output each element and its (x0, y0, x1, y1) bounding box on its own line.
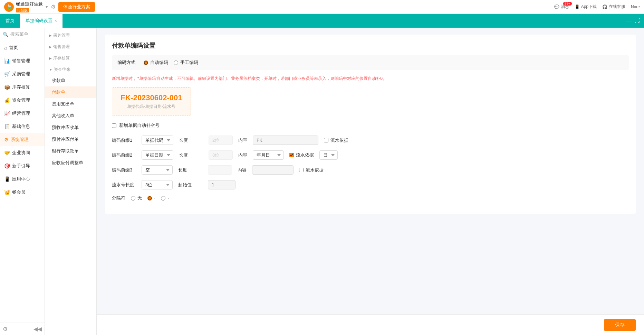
user-info[interactable]: Nare (631, 4, 640, 9)
prefix1-content-input[interactable] (253, 136, 318, 145)
prefix2-stream-label[interactable]: 流水依据 (289, 152, 314, 158)
prefix3-content-input[interactable] (252, 165, 294, 175)
submenu-item-bank[interactable]: 银行存取款单 (45, 145, 96, 157)
prefix1-length-select[interactable]: 2位 (209, 136, 233, 145)
submenu-group-inventory: ▶ 库存核算 (45, 53, 96, 63)
prefix3-stream-label[interactable]: 流水依据 (299, 167, 324, 173)
sidebar-item-inventory[interactable]: 📦 库存核算 (0, 81, 45, 94)
submenu-group-purchase-title[interactable]: ▶ 采购管理 (45, 30, 96, 40)
submenu-item-pre-pay[interactable]: 预付冲应付单 (45, 133, 96, 145)
sep-dot-input[interactable] (161, 196, 165, 201)
submenu-item-payment-label: 付款单 (52, 90, 65, 95)
sep-dash-input[interactable] (147, 196, 152, 201)
basic-icon: 📋 (4, 124, 10, 129)
main-layout: 🔍 搜索菜单 ⌂ 首页 📊 销售管理 🛒 采购管理 📦 库存核算 💰 资金管理 … (0, 28, 644, 335)
prefix1-stream-checkbox[interactable] (324, 138, 328, 142)
sidebar-item-basic[interactable]: 📋 基础信息 (0, 120, 45, 133)
submenu-item-receipt[interactable]: 收款单 (45, 75, 96, 86)
prefix1-select[interactable]: 单据代码 (142, 136, 173, 145)
submenu-item-receipt-label: 收款单 (52, 78, 65, 83)
submenu-group-inventory-title[interactable]: ▶ 库存核算 (45, 53, 96, 63)
prefix2-content-select[interactable]: 年月日 (253, 150, 284, 160)
code-preview: FK-20230602-001 单据代码-单据日期-流水号 (112, 87, 191, 115)
sep-none-radio[interactable]: 无 (131, 195, 142, 201)
topbar-left: 🍃 畅通道好生意 猎品版 ▾ ⚙ 体验行业方案 (4, 1, 95, 13)
prefix3-stream-checkbox[interactable] (299, 168, 304, 172)
settings-bottom-icon[interactable]: ⚙ (3, 326, 8, 332)
app-download-item[interactable]: 📱 App下载 (575, 4, 597, 10)
radio-manual-label: 手工编码 (180, 59, 198, 66)
submenu-item-adjustment-label: 应收应付调整单 (52, 160, 83, 165)
info-text-content: 新增单据时，'*单据编码'自动生成，不可编辑。前缀设置为部门、业务员等档案类，开… (112, 76, 387, 81)
encode-mode-label: 编码方式 (117, 59, 135, 66)
purchase-icon: 🛒 (4, 71, 10, 77)
submenu-item-expense[interactable]: 费用支出单 (45, 98, 96, 110)
tab-home-label: 首页 (6, 18, 15, 24)
prefix2-select[interactable]: 单据日期 (142, 150, 173, 160)
sidebar-item-member[interactable]: 👑 畅会员 (0, 186, 45, 199)
serial-start-label: 起始值 (178, 182, 202, 188)
sidebar-item-purchase[interactable]: 🛒 采购管理 (0, 67, 45, 81)
topbar-gear-icon[interactable]: ⚙ (51, 3, 56, 10)
prefix2-stream-checkbox[interactable] (289, 153, 294, 157)
sidebar-item-home[interactable]: ⌂ 首页 (0, 41, 45, 54)
sep-dash-radio[interactable]: · (147, 195, 155, 201)
submenu-item-pre-receive[interactable]: 预收冲应收单 (45, 122, 96, 133)
apps-icon: 📱 (4, 176, 10, 182)
member-icon: 👑 (4, 189, 10, 195)
topbar-arrow-icon[interactable]: ▾ (46, 4, 48, 9)
submenu-item-pre-receive-label: 预收冲应收单 (52, 125, 79, 130)
prefix1-content-label: 内容 (238, 137, 247, 143)
info-text: 新增单据时，'*单据编码'自动生成，不可编辑。前缀设置为部门、业务员等档案类，开… (112, 75, 629, 82)
app-download-icon: 📱 (575, 4, 580, 9)
prefix2-stream-unit-select[interactable]: 日 (319, 150, 338, 160)
submenu-group-sales-title[interactable]: ▶ 销售管理 (45, 42, 96, 52)
submenu-group-capital-title[interactable]: ▼ 资金往来 (45, 65, 96, 75)
prefix3-select[interactable]: 空 (142, 165, 173, 175)
arrow-icon-capital: ▼ (49, 68, 52, 72)
online-service-item[interactable]: 🎧 在线客服 (602, 4, 625, 10)
collapse-icon[interactable]: ◀◀ (33, 326, 42, 332)
sidebar-item-finance[interactable]: 💰 资金管理 (0, 94, 45, 107)
trial-button[interactable]: 体验行业方案 (58, 2, 95, 12)
user-name: Nare (631, 4, 640, 9)
submenu-item-bank-label: 银行存取款单 (52, 148, 79, 153)
logo-text: 畅通道好生意 猎品版 (16, 1, 43, 13)
message-item[interactable]: 💬 消息 99+ (554, 4, 569, 10)
tab-close-icon[interactable]: × (55, 18, 57, 23)
sidebar-item-operation[interactable]: 📈 经营管理 (0, 107, 45, 120)
serial-length-select[interactable]: 3位 (142, 180, 173, 189)
sidebar-item-finance-label: 资金管理 (12, 97, 30, 103)
submenu-item-adjustment[interactable]: 应收应付调整单 (45, 157, 96, 169)
radio-auto[interactable]: 自动编码 (144, 59, 168, 66)
sep-dot-radio[interactable]: · (161, 195, 169, 201)
prefix1-stream-label[interactable]: 流水依据 (324, 137, 348, 143)
auto-fill-checkbox[interactable] (112, 123, 116, 128)
minimize-icon[interactable]: — (626, 18, 632, 24)
sidebar-item-enterprise[interactable]: 🤝 企业协同 (0, 146, 45, 159)
tab-home[interactable]: 首页 (0, 14, 20, 28)
submenu-item-other-income[interactable]: 其他收入单 (45, 110, 96, 122)
prefix1-row: 编码前缀1 单据代码 长度 2位 内容 流水依据 (112, 136, 629, 145)
prefix2-length-select[interactable]: 8位 (209, 150, 233, 160)
sep-none-input[interactable] (131, 196, 135, 201)
maximize-icon[interactable]: ⛶ (634, 18, 640, 24)
save-button[interactable]: 保存 (604, 319, 636, 331)
sidebar-item-sales[interactable]: 📊 销售管理 (0, 54, 45, 67)
radio-manual[interactable]: 手工编码 (174, 59, 198, 66)
serial-start-input[interactable] (208, 180, 236, 189)
sidebar-item-system-label: 系统管理 (11, 137, 29, 143)
auto-fill-row: 新增单据自动补空号 (112, 122, 629, 129)
sidebar: 🔍 搜索菜单 ⌂ 首页 📊 销售管理 🛒 采购管理 📦 库存核算 💰 资金管理 … (0, 28, 45, 335)
submenu-item-payment[interactable]: 付款单 (45, 86, 96, 98)
prefix3-length-select[interactable] (208, 165, 232, 175)
radio-auto-input[interactable] (144, 61, 148, 65)
sidebar-item-system[interactable]: ⚙ 系统管理 (0, 133, 45, 146)
tab-settings[interactable]: 单据编码设置 × (20, 14, 63, 28)
radio-manual-input[interactable] (174, 61, 178, 65)
sidebar-item-apps-label: 应用中心 (12, 176, 30, 182)
tab-settings-label: 单据编码设置 (26, 18, 52, 24)
sidebar-item-guide[interactable]: 🎯 新手引导 (0, 159, 45, 173)
sidebar-item-apps[interactable]: 📱 应用中心 (0, 173, 45, 186)
sidebar-search[interactable]: 🔍 搜索菜单 (0, 28, 45, 41)
